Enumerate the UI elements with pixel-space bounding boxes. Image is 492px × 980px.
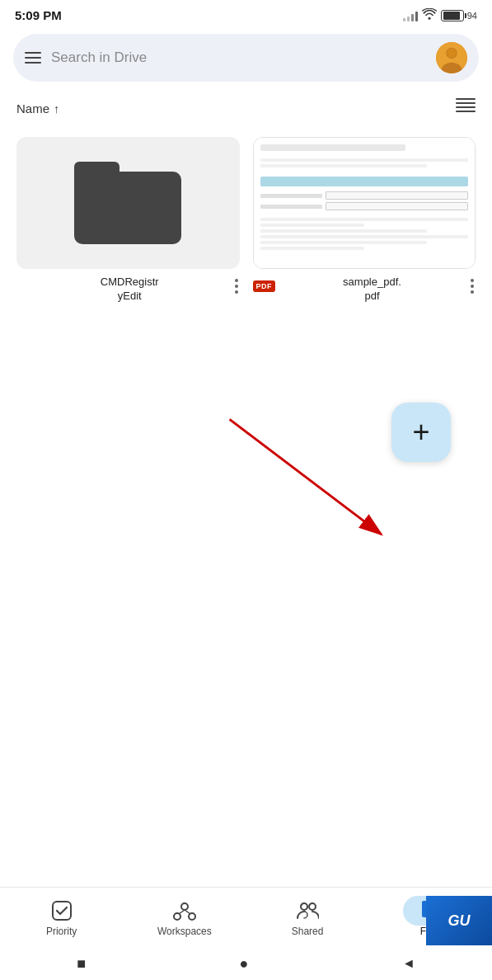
file-name-folder: CMDRegistryEdit — [31, 276, 228, 304]
battery-level: 94 — [467, 11, 477, 21]
file-info-row-folder: CMDRegistryEdit — [16, 276, 240, 304]
pdf-preview — [254, 138, 476, 268]
svg-rect-10 — [53, 902, 71, 920]
file-card-folder[interactable]: CMDRegistryEdit — [16, 137, 240, 304]
svg-point-3 — [447, 49, 456, 58]
pdf-type-icon: PDF — [253, 277, 276, 292]
sort-name: Name — [16, 101, 49, 115]
sort-direction-icon: ↑ — [54, 102, 59, 115]
file-card-pdf[interactable]: PDF sample_pdf.pdf — [253, 137, 476, 304]
fab-plus-icon: + — [412, 417, 429, 447]
pdf-thumbnail — [253, 137, 476, 269]
system-square-button[interactable]: ■ — [77, 955, 86, 973]
svg-point-17 — [309, 903, 316, 910]
nav-item-workspaces[interactable]: Workspaces — [123, 896, 246, 940]
arrow-fab-area: + — [16, 403, 476, 568]
nav-item-shared[interactable]: Shared — [246, 896, 369, 940]
svg-rect-6 — [456, 106, 476, 108]
priority-icon — [51, 899, 73, 922]
svg-rect-4 — [456, 98, 476, 100]
nav-label-priority: Priority — [46, 926, 77, 937]
wifi-icon — [422, 8, 437, 22]
avatar[interactable] — [436, 42, 467, 73]
svg-line-14 — [179, 910, 185, 914]
workspaces-icon — [173, 899, 196, 922]
folder-icon — [74, 162, 181, 244]
sort-bar: Name ↑ — [0, 92, 492, 129]
watermark-text: GU — [448, 912, 471, 930]
svg-line-15 — [185, 910, 190, 914]
svg-point-16 — [301, 903, 307, 910]
shared-icon — [296, 899, 319, 922]
battery-icon — [441, 10, 464, 21]
svg-rect-5 — [456, 102, 476, 104]
search-bar[interactable]: Search in Drive — [13, 34, 479, 82]
system-nav-bar: ■ ● ◄ — [0, 947, 492, 980]
status-bar: 5:09 PM 94 — [0, 0, 492, 27]
status-icons: 94 — [403, 8, 477, 22]
file-name-pdf: sample_pdf.pdf — [280, 276, 464, 304]
more-options-folder[interactable] — [233, 276, 240, 297]
search-bar-container: Search in Drive — [0, 27, 492, 92]
system-back-button[interactable]: ◄ — [402, 956, 415, 971]
nav-label-workspaces: Workspaces — [157, 926, 212, 937]
signal-icon — [403, 10, 418, 21]
nav-label-shared: Shared — [292, 926, 324, 937]
file-info-row-pdf: PDF sample_pdf.pdf — [253, 276, 476, 304]
fab-button[interactable]: + — [391, 403, 451, 462]
sort-label[interactable]: Name ↑ — [16, 101, 59, 115]
svg-rect-7 — [456, 111, 476, 112]
list-view-toggle[interactable] — [456, 98, 476, 119]
more-options-pdf[interactable] — [469, 276, 476, 297]
battery-container: 94 — [441, 10, 477, 21]
search-placeholder[interactable]: Search in Drive — [51, 49, 426, 66]
watermark: GU — [426, 896, 492, 945]
nav-item-priority[interactable]: Priority — [0, 896, 123, 940]
system-home-button[interactable]: ● — [240, 955, 249, 973]
bottom-nav: Priority Workspaces Share — [0, 887, 492, 947]
status-time: 5:09 PM — [15, 8, 62, 22]
fab-area: + — [16, 403, 476, 478]
file-grid: CMDRegistryEdit — [0, 129, 492, 320]
svg-point-11 — [181, 903, 188, 910]
folder-thumbnail — [16, 137, 240, 269]
menu-icon[interactable] — [25, 52, 41, 64]
